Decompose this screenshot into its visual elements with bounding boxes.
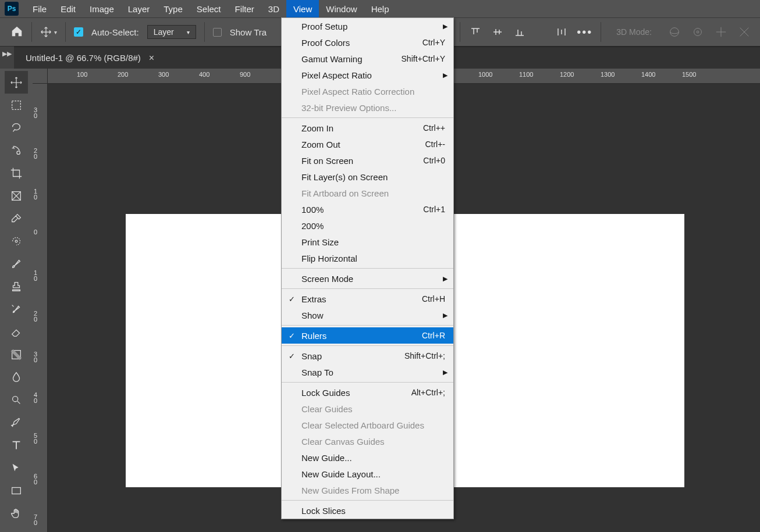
- ruler-v-tick: 60: [34, 473, 47, 485]
- menu-item-lock-slices[interactable]: Lock Slices: [282, 502, 453, 519]
- align-bottom-icon[interactable]: [513, 25, 527, 39]
- target-icon[interactable]: [691, 26, 704, 38]
- orbit-icon[interactable]: [668, 26, 681, 38]
- ruler-corner: [33, 69, 48, 84]
- ruler-v-tick: 0: [34, 229, 47, 235]
- menu-separator: [282, 500, 453, 501]
- move-tool-icon[interactable]: ▾: [40, 26, 57, 38]
- menu-item-zoom-out[interactable]: Zoom OutCtrl+-: [282, 136, 453, 152]
- ruler-v-tick: 50: [34, 433, 47, 444]
- menu-item-extras[interactable]: ✓ExtrasCtrl+H: [282, 291, 453, 307]
- document-tab-title: Untitled-1 @ 66.7% (RGB/8#): [26, 53, 141, 63]
- svg-point-0: [670, 28, 679, 37]
- menu-select[interactable]: Select: [190, 0, 228, 17]
- menu-separator: [282, 268, 453, 269]
- layer-dropdown[interactable]: Layer▾: [147, 25, 196, 39]
- menu-item-flip-horizontal[interactable]: Flip Horizontal: [282, 250, 453, 266]
- menu-item-screen-mode[interactable]: Screen Mode▶: [282, 270, 453, 287]
- divider: [31, 22, 32, 42]
- tool-lasso[interactable]: [5, 116, 28, 139]
- menu-item-fit-on-screen[interactable]: Fit on ScreenCtrl+0: [282, 152, 453, 169]
- tool-marquee[interactable]: [5, 94, 28, 116]
- tool-eyedrop[interactable]: [5, 207, 28, 230]
- menu-item-rulers[interactable]: ✓RulersCtrl+R: [282, 327, 453, 344]
- tool-frame[interactable]: [5, 184, 28, 207]
- tool-move[interactable]: [5, 71, 28, 94]
- menu-item-new-guide[interactable]: New Guide...: [282, 449, 453, 466]
- auto-select-checkbox[interactable]: ✓: [74, 27, 83, 37]
- tool-type[interactable]: [5, 434, 28, 456]
- menu-item-new-guide-layout[interactable]: New Guide Layout...: [282, 466, 453, 482]
- menu-item-show[interactable]: Show▶: [282, 307, 453, 323]
- menu-item-lock-guides[interactable]: Lock GuidesAlt+Ctrl+;: [282, 384, 453, 401]
- ruler-h-tick: 200: [118, 71, 128, 78]
- menu-item-print-size[interactable]: Print Size: [282, 234, 453, 250]
- scale-3d-icon[interactable]: [738, 26, 751, 38]
- menu-image[interactable]: Image: [83, 0, 121, 17]
- align-vcenter-icon[interactable]: [491, 25, 505, 39]
- menu-filter[interactable]: Filter: [228, 0, 261, 17]
- app-logo: Ps: [5, 2, 19, 16]
- tool-stamp[interactable]: [5, 275, 28, 298]
- home-icon[interactable]: [10, 25, 23, 40]
- show-transform-label: Show Tra: [230, 27, 267, 37]
- menu-item-snap-to[interactable]: Snap To▶: [282, 364, 453, 380]
- menu-separator: [282, 117, 453, 118]
- menu-item-clear-guides: Clear Guides: [282, 401, 453, 417]
- menu-file[interactable]: File: [26, 0, 54, 17]
- tool-quick-select[interactable]: [5, 139, 28, 162]
- view-menu-dropdown: Proof Setup▶Proof ColorsCtrl+YGamut Warn…: [281, 17, 454, 519]
- tool-dodge[interactable]: [5, 388, 28, 411]
- expand-panels-icon[interactable]: ▶▶: [0, 47, 14, 69]
- tool-history-brush[interactable]: [5, 298, 28, 320]
- ruler-h-tick: 1400: [641, 71, 655, 78]
- menu-item-pixel-aspect-ratio[interactable]: Pixel Aspect Ratio▶: [282, 67, 453, 83]
- more-options-icon[interactable]: •••: [577, 26, 592, 39]
- tool-eraser[interactable]: [5, 320, 28, 343]
- menu-item-zoom-in[interactable]: Zoom InCtrl++: [282, 120, 453, 136]
- tool-patch[interactable]: [5, 230, 28, 252]
- menu-type[interactable]: Type: [157, 0, 190, 17]
- tool-hand[interactable]: [5, 502, 28, 524]
- svg-point-2: [697, 31, 699, 33]
- tool-brush[interactable]: [5, 252, 28, 275]
- menu-item-200[interactable]: 200%: [282, 217, 453, 234]
- menu-item-100[interactable]: 100%Ctrl+1: [282, 201, 453, 217]
- ruler-h-tick: 1300: [601, 71, 615, 78]
- menu-help[interactable]: Help: [364, 0, 396, 17]
- menu-item-proof-colors[interactable]: Proof ColorsCtrl+Y: [282, 34, 453, 51]
- ruler-v-tick: 10: [34, 270, 47, 281]
- document-tab[interactable]: Untitled-1 @ 66.7% (RGB/8#) ×: [14, 47, 162, 69]
- ruler-vertical[interactable]: 302010010203040506070: [33, 84, 48, 532]
- menu-item-proof-setup[interactable]: Proof Setup▶: [282, 18, 453, 34]
- divider: [204, 22, 205, 42]
- tool-pen[interactable]: [5, 411, 28, 434]
- menu-view[interactable]: View: [286, 0, 319, 17]
- show-transform-checkbox[interactable]: [213, 28, 222, 37]
- menu-window[interactable]: Window: [319, 0, 364, 17]
- close-tab-icon[interactable]: ×: [149, 53, 154, 63]
- svg-point-6: [15, 240, 17, 242]
- menu-3d[interactable]: 3D: [261, 0, 286, 17]
- ruler-v-tick: 30: [34, 107, 47, 119]
- menu-item-clear-selected-artboard-guides: Clear Selected Artboard Guides: [282, 417, 453, 433]
- menu-edit[interactable]: Edit: [54, 0, 83, 17]
- tool-blur[interactable]: [5, 366, 28, 388]
- align-top-icon[interactable]: [468, 25, 482, 39]
- align-dist-icon[interactable]: [555, 25, 569, 39]
- pan-3d-icon[interactable]: [715, 26, 727, 38]
- ruler-v-tick: 10: [34, 188, 47, 200]
- ruler-h-tick: 1500: [682, 71, 696, 78]
- ruler-h-tick: 1100: [519, 71, 533, 78]
- menu-item-snap[interactable]: ✓SnapShift+Ctrl+;: [282, 348, 453, 364]
- tool-rectangle[interactable]: [5, 479, 28, 502]
- divider: [601, 22, 601, 42]
- menu-item-fit-layer-s-on-screen[interactable]: Fit Layer(s) on Screen: [282, 169, 453, 185]
- menu-item-gamut-warning[interactable]: Gamut WarningShift+Ctrl+Y: [282, 51, 453, 67]
- menu-layer[interactable]: Layer: [121, 0, 157, 17]
- menu-separator: [282, 325, 453, 326]
- tool-gradient[interactable]: [5, 343, 28, 366]
- tool-crop[interactable]: [5, 162, 28, 184]
- tool-path-select[interactable]: [5, 456, 28, 479]
- svg-point-4: [17, 151, 20, 154]
